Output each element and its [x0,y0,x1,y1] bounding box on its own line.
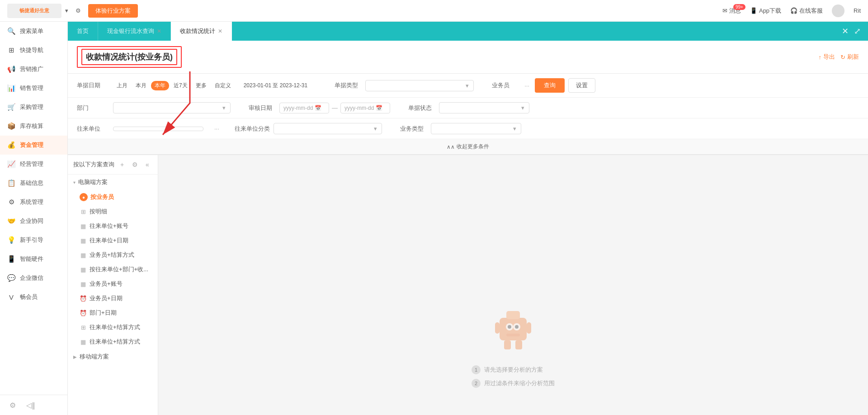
scheme-list-desktop: ● 按业务员 ⊞ 按明细 ▦ 往来单位+账号 [68,190,158,349]
left-panel-header: 按以下方案查询 + ⚙ « [68,155,158,174]
voucher-type-select[interactable]: ▾ [365,80,474,91]
counterpart-label: 往来单位 [77,125,104,133]
sidebar-label-search-menu: 搜索菜单 [20,27,43,35]
download-icon: 📱 [750,7,757,14]
scheme-by-salesman-label: 按业务员 [90,193,114,201]
date-tab-custom[interactable]: 自定义 [211,81,235,90]
online-service-item[interactable]: 🎧 在线客服 [790,7,823,15]
date-tab-more[interactable]: 更多 [192,81,210,90]
scheme-item-counterpart-settlement2[interactable]: ▦ 往来单位+结算方式 [68,335,158,349]
sidebar-item-purchase[interactable]: 🛒 采购管理 [0,98,67,117]
marketing-icon: 📢 [7,65,15,73]
svg-rect-6 [506,311,520,319]
settings-bottom-icon[interactable]: ⚙ [7,400,18,410]
tab-bank-flow-close[interactable]: ✕ [157,28,161,34]
tab-close-all-icon[interactable]: ✕ [842,26,849,36]
counterpart-more-dots[interactable]: ··· [214,125,219,132]
scheme-dept-date-label: 部门+日期 [90,309,117,317]
sidebar-item-wechat[interactable]: 💬 企业微信 [0,269,67,288]
sidebar-item-inventory[interactable]: 📦 库存核算 [0,117,67,136]
review-date-to[interactable]: yyyy-mm-dd 📅 [340,103,390,113]
empty-tip-1: 1 请先选择要分析的方案 [472,365,555,374]
date-tab-7days[interactable]: 近7天 [170,81,191,90]
sidebar-item-finance[interactable]: 💰 资金管理 [0,136,67,155]
left-panel-add-icon[interactable]: + [117,160,127,170]
scheme-item-counterpart-date[interactable]: ▦ 往来单位+日期 [68,233,158,248]
scheme-group-mobile-header[interactable]: ▶ 移动端方案 [68,349,158,364]
sidebar-item-sales[interactable]: 📊 销售管理 [0,79,67,98]
salesman-label: 业务员 [492,81,519,90]
sidebar-item-basic-info[interactable]: 📋 基础信息 [0,174,67,193]
counterpart-input[interactable] [113,127,203,131]
counterpart-dept-icon: ▦ [80,266,87,273]
user-avatar[interactable] [832,5,844,17]
svg-rect-5 [515,340,522,349]
scheme-salesman-settlement-label: 业务员+结算方式 [90,251,134,259]
scheme-item-dept-date[interactable]: ⏰ 部门+日期 [68,306,158,320]
sidebar-item-smart-hw[interactable]: 📱 智能硬件 [0,250,67,269]
query-button[interactable]: 查询 [535,78,565,93]
sidebar-label-sales: 销售管理 [20,84,43,92]
main-layout: 🔍 搜索菜单 ⊞ 快捷导航 📢 营销推广 📊 销售管理 🛒 采购管理 📦 库存核… [0,22,868,415]
inventory-icon: 📦 [7,122,15,130]
detail-icon: ⊞ [80,208,87,215]
message-item[interactable]: ✉ 消息 99+ [722,7,741,15]
business-type-select[interactable]: ▾ [431,123,521,134]
date-tab-this-year[interactable]: 本年 [151,81,169,90]
collapse-sidebar-icon[interactable]: ◁‖ [25,400,36,410]
left-panel-collapse-icon[interactable]: « [142,160,152,170]
tab-home[interactable]: 首页 [68,22,98,41]
voucher-status-select[interactable]: ▾ [439,102,529,113]
date-tab-this-month[interactable]: 本月 [132,81,150,90]
tab-bank-flow[interactable]: 现金银行流水查询 ✕ [98,22,171,41]
refresh-button[interactable]: ↻ 刷新 [840,53,859,61]
review-date-range: yyyy-mm-dd 📅 — yyyy-mm-dd 📅 [279,103,390,113]
tab-expand-icon[interactable]: ⤢ [854,26,861,36]
sidebar-item-marketing[interactable]: 📢 营销推广 [0,60,67,79]
tab-receipt-stats[interactable]: 收款情况统计 ✕ [171,22,232,41]
scheme-item-by-counterpart-dept[interactable]: ▦ 按往来单位+部门+收... [68,262,158,277]
salesman-active-dot: ● [80,193,88,201]
sidebar-label-operations: 经营管理 [20,160,43,168]
app-download-item[interactable]: 📱 App下载 [750,7,781,15]
filter-settings-button[interactable]: 设置 [568,78,595,93]
tab-receipt-stats-label: 收款情况统计 [180,27,215,35]
page-header: 收款情况统计(按业务员) ↑ 导出 ↻ 刷新 [68,41,868,74]
tab-bar: 首页 现金银行流水查询 ✕ 收款情况统计 ✕ ✕ ⤢ [68,22,868,41]
top-bar-gear-icon[interactable]: ⚙ [72,5,85,17]
sidebar-item-system[interactable]: ⚙ 系统管理 [0,193,67,212]
counterpart-category-label: 往来单位分类 [235,125,270,133]
collapse-more-btn[interactable]: ∧∧ 收起更多条件 [68,139,868,155]
scheme-group-desktop: ▾ 电脑端方案 ● 按业务员 ⊞ 按明细 [68,174,158,349]
tab-bank-flow-label: 现金银行流水查询 [107,27,154,35]
date-tab-last-month[interactable]: 上月 [113,81,131,90]
export-button[interactable]: ↑ 导出 [819,53,835,61]
sidebar-item-search-menu[interactable]: 🔍 搜索菜单 [0,22,67,41]
scheme-group-desktop-header[interactable]: ▾ 电脑端方案 [68,174,158,190]
review-date-from[interactable]: yyyy-mm-dd 📅 [279,103,329,113]
scheme-item-counterpart-settlement1[interactable]: ⊞ 往来单位+结算方式 [68,320,158,335]
sidebar-item-quick-nav[interactable]: ⊞ 快捷导航 [0,41,67,60]
sidebar-item-enterprise[interactable]: 🤝 企业协同 [0,212,67,231]
trial-btn[interactable]: 体验行业方案 [88,4,138,18]
scheme-item-by-salesman[interactable]: ● 按业务员 [68,190,158,204]
desktop-group-arrow: ▾ [73,180,75,185]
sidebar-item-guide[interactable]: 💡 新手引导 [0,231,67,250]
dept-label: 部门 [77,104,104,112]
counterpart-category-select[interactable]: ▾ [274,123,382,134]
left-panel-settings-icon[interactable]: ⚙ [130,160,140,170]
sidebar-item-operations[interactable]: 📈 经营管理 [0,155,67,174]
calendar-to-icon: 📅 [376,105,382,111]
sidebar-item-member[interactable]: V 畅会员 [0,288,67,307]
scheme-item-salesman-account[interactable]: ▦ 业务员+账号 [68,277,158,291]
sidebar-label-wechat: 企业微信 [20,274,43,282]
scheme-item-counterpart-account[interactable]: ▦ 往来单位+账号 [68,219,158,233]
scheme-counterpart-account-label: 往来单位+账号 [90,222,128,230]
scheme-item-by-detail[interactable]: ⊞ 按明细 [68,204,158,219]
scheme-item-salesman-date[interactable]: ⏰ 业务员+日期 [68,291,158,306]
tab-receipt-stats-close[interactable]: ✕ [218,28,222,34]
salesman-more-dots[interactable]: ··· [524,82,529,89]
top-bar-dropdown[interactable]: ▾ [65,7,68,14]
dept-select[interactable]: ▾ [113,102,231,113]
scheme-item-salesman-settlement[interactable]: ▦ 业务员+结算方式 [68,248,158,262]
